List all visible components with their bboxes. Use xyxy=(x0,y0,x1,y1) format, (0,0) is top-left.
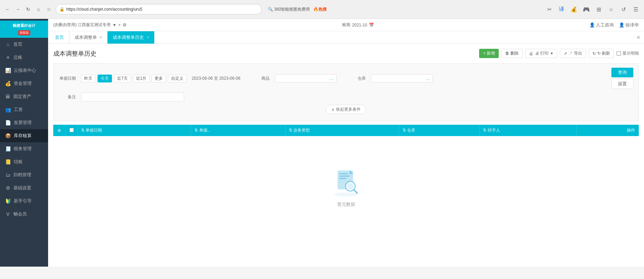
date-btn-7days[interactable]: 近7天 xyxy=(114,75,131,82)
print-dropdown-icon: ▼ xyxy=(550,52,553,55)
query-button[interactable]: 查询 xyxy=(611,68,633,77)
game-button[interactable]: 🎮 xyxy=(581,4,591,14)
close-all-tabs-button[interactable]: ✕ xyxy=(636,35,641,40)
date-btn-1month[interactable]: 近1月 xyxy=(133,75,150,82)
date-btn-custom[interactable]: 自定义 xyxy=(168,75,187,82)
consult-button[interactable]: 👤 人工咨询 xyxy=(589,22,614,28)
sidebar-item-reports[interactable]: 📊 云报表中心 xyxy=(0,64,48,77)
date-btn-today[interactable]: 今天 xyxy=(98,75,112,82)
new-button[interactable]: + 新增 xyxy=(479,49,498,58)
brightness-button[interactable]: ☼ xyxy=(606,4,616,14)
select-all-checkbox[interactable] xyxy=(69,128,74,132)
sidebar-item-home[interactable]: ⌂ 首页 xyxy=(0,38,48,51)
goods-selector[interactable]: ... xyxy=(275,74,337,82)
consult-icon: 👤 xyxy=(589,22,595,27)
collapse-button[interactable]: ∧ 收起更多条件 xyxy=(326,105,366,114)
logo-badge: 旗舰版 xyxy=(18,30,30,35)
sidebar-item-label: 首页 xyxy=(13,41,22,47)
warehouse-selector[interactable]: ... xyxy=(371,74,433,82)
refresh-button[interactable]: ↻ ↻ 刷新 xyxy=(589,49,614,58)
col-date[interactable]: ⇅ 单据日期 xyxy=(77,125,191,136)
export-button[interactable]: ↗ ↗ 导出 xyxy=(560,49,586,58)
search-tool: 🔍 360智能抠图免费用 xyxy=(268,7,310,12)
sidebar-item-invoice[interactable]: 📄 发票管理 xyxy=(0,116,48,129)
wallet-button[interactable]: 💰 xyxy=(569,4,579,14)
page-title: 成本调整单历史 xyxy=(53,49,97,58)
col-type[interactable]: ⇅ 业务类型 xyxy=(285,125,399,136)
back-button[interactable]: ← xyxy=(3,5,12,13)
filter-row-1: 单据日期 昨天 今天 近7天 近1月 更多 自定义 2023-06-06 至 2… xyxy=(59,68,633,89)
display-toggle-checkbox[interactable] xyxy=(617,51,621,56)
tab-cost-adjustment-history[interactable]: 成本调整单历史 × xyxy=(108,31,155,44)
sidebar-item-label: 新手引导 xyxy=(14,198,32,204)
address-bar[interactable]: 🔒 https://cloud.chanjet.com/accounting/u… xyxy=(56,4,262,14)
date-range-display: 2023-06-06 至 2023-06-06 xyxy=(192,76,240,81)
ledger-icon: ≡ xyxy=(5,55,11,60)
filter-row-2: 备注 xyxy=(59,92,633,101)
warehouse-dots: ... xyxy=(426,76,430,81)
table-checkbox-col[interactable] xyxy=(66,125,77,136)
sidebar-item-inventory[interactable]: 📦 库存核算 xyxy=(0,129,48,142)
date-btn-yesterday[interactable]: 昨天 xyxy=(81,75,95,82)
remark-input[interactable] xyxy=(81,92,184,101)
sidebar-item-archive[interactable]: 🗂 归档管理 xyxy=(0,168,48,181)
closing-icon: 📒 xyxy=(5,159,11,165)
sidebar-item-guide[interactable]: 🔰 新手引导 xyxy=(0,194,48,208)
col-number[interactable]: ⇅ 单据... xyxy=(191,125,285,136)
print-button[interactable]: 🖨 🖨 打印 ▼ xyxy=(525,49,557,58)
empty-icon xyxy=(329,164,363,198)
date-filter-group: 昨天 今天 近7天 近1月 更多 自定义 xyxy=(81,75,187,82)
bookmark-button[interactable]: ☆ xyxy=(45,5,53,13)
sidebar: 畅捷通好会计 旗舰版 ⌂ 首页 ≡ 总账 📊 云报表中心 💰 xyxy=(0,19,48,267)
table-settings-col[interactable]: ⚙ xyxy=(53,125,66,136)
col-action: 操作 xyxy=(577,125,639,136)
filter-section: 单据日期 昨天 今天 近7天 近1月 更多 自定义 2023-06-06 至 2… xyxy=(53,63,639,121)
forward-button[interactable]: → xyxy=(14,5,22,13)
sidebar-item-vip[interactable]: V 畅会员 xyxy=(0,208,48,221)
user-profile-button[interactable]: 👤 徐泽华 xyxy=(619,22,639,28)
workspace-dropdown[interactable]: ▼ xyxy=(112,23,116,27)
settings-filter-button[interactable]: 设置 xyxy=(611,79,633,89)
tab-cost-adjustment-label: 成本调整单 xyxy=(75,34,97,41)
hot-tool: 🔥热搜 xyxy=(313,7,327,12)
scissors-button[interactable]: ✂ xyxy=(544,4,554,14)
date-btn-more[interactable]: 更多 xyxy=(151,75,166,82)
sidebar-item-label: 归档管理 xyxy=(13,172,31,178)
menu-button[interactable]: ☰ xyxy=(631,4,641,14)
sidebar-item-salary[interactable]: 👥 工资 xyxy=(0,103,48,116)
export-icon: ↗ xyxy=(564,51,567,56)
calendar-icon: 📅 xyxy=(369,23,374,27)
content-area: (勿删勿禁用) 江西服宝测试专用 ▼ + ⚙ 账期 2021-10 📅 👤 人工… xyxy=(48,19,644,267)
apps-button[interactable]: ⊞ xyxy=(594,4,603,14)
undo-button[interactable]: ↺ xyxy=(619,4,628,14)
sidebar-item-funds[interactable]: 💰 资金管理 xyxy=(0,77,48,90)
translate-button[interactable]: 译 xyxy=(557,4,566,14)
user-avatar-icon: 👤 xyxy=(619,22,624,27)
period-value: 2021-10 xyxy=(352,23,367,27)
tab-home[interactable]: 首页 xyxy=(50,31,69,44)
sidebar-item-label: 基础设置 xyxy=(13,185,31,191)
tab-close-2[interactable]: × xyxy=(147,35,149,40)
sidebar-item-label: 税务管理 xyxy=(14,146,32,152)
refresh-button[interactable]: ↻ xyxy=(24,5,32,13)
col-warehouse[interactable]: ⇅ 仓库 xyxy=(399,125,479,136)
display-toggle[interactable]: 显示明细 xyxy=(617,51,639,56)
add-workspace-button[interactable]: + xyxy=(118,22,121,27)
col-handler[interactable]: ⇅ 经手人 xyxy=(479,125,577,136)
delete-button[interactable]: 🗑 删除 xyxy=(501,49,522,58)
sidebar-item-settings[interactable]: ⚙ 基础设置 xyxy=(0,181,48,194)
empty-text: 暂元数据 xyxy=(337,201,355,208)
tab-cost-adjustment[interactable]: 成本调整单 × xyxy=(69,31,108,44)
workspace-settings-button[interactable]: ⚙ xyxy=(123,22,127,27)
tab-close-1[interactable]: × xyxy=(100,35,102,40)
sidebar-item-assets[interactable]: 🏛 固定资产 xyxy=(0,90,48,103)
home-button[interactable]: ⌂ xyxy=(34,5,43,13)
data-table: ⚙ ⇅ 单据日期 ⇅ 单据... ⇅ 业务类型 xyxy=(53,125,639,136)
sidebar-item-label: 畅会员 xyxy=(13,211,27,217)
sidebar-item-label: 发票管理 xyxy=(14,120,32,126)
sidebar-item-ledger[interactable]: ≡ 总账 xyxy=(0,51,48,64)
archive-icon: 🗂 xyxy=(5,172,11,178)
sidebar-item-closing[interactable]: 📒 结账 xyxy=(0,155,48,168)
period-label: 账期 xyxy=(342,22,350,28)
sidebar-item-tax[interactable]: 🧾 税务管理 xyxy=(0,142,48,155)
